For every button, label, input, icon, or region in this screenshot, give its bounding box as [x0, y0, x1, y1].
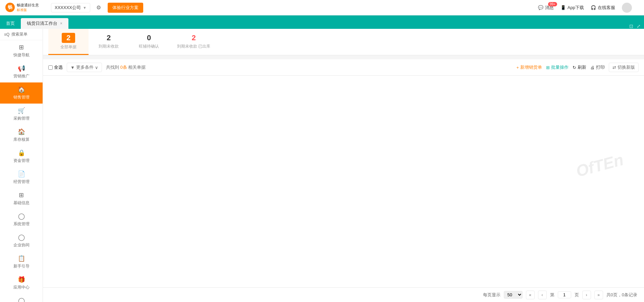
stat-all[interactable]: 2 全部单据 — [48, 29, 89, 55]
app-download-action[interactable]: 📱 App下载 — [560, 5, 584, 11]
switch-icon: ⇄ — [612, 65, 616, 70]
sidebar-search[interactable]: ≡Q 搜索菜单 — [0, 29, 43, 40]
messages-badge: 99+ — [548, 2, 557, 6]
guide-icon: 📋 — [18, 255, 25, 262]
sidebar-item-marketing[interactable]: 📢 营销推广 — [0, 61, 43, 82]
stat-all-label: 全部单据 — [60, 44, 76, 50]
select-all-input[interactable] — [48, 65, 53, 70]
header-right: 💬 消息 99+ 📱 App下载 🎧 在线客服 — [538, 3, 639, 13]
app-center-icon: 🎁 — [18, 276, 25, 283]
sidebar-label-basic-info: 基础信息 — [13, 200, 30, 206]
marketing-icon: 📢 — [18, 65, 25, 72]
top-header: 畅 畅捷通好生意 标准版 XXXXXX公司 ▼ ⚙ 体验行业方案 💬 消息 99… — [0, 0, 644, 15]
new-order-button[interactable]: + 新增销货单 — [516, 64, 542, 70]
grid-icon: ⊞ — [19, 44, 24, 51]
new-order-label: 新增销货单 — [520, 64, 542, 70]
stats-bar: 2 全部单据 2 到期未收款 0 旺辅待确认 2 到期未收款 已出库 — [43, 29, 644, 55]
prev-page-icon: ‹ — [542, 293, 543, 297]
sidebar-label-inventory: 库存核算 — [13, 137, 30, 142]
system-icon: ◯ — [18, 213, 25, 220]
last-page-icon: » — [597, 293, 600, 297]
sidebar-label-purchase: 采购管理 — [13, 116, 30, 121]
capital-icon: 🔒 — [18, 149, 25, 157]
sidebar-item-app-center[interactable]: 🎁 应用中心 — [0, 273, 43, 294]
sales-icon: 🏠 — [18, 86, 25, 93]
first-page-button[interactable]: « — [526, 291, 535, 299]
toolbar: 全选 ▼ 更多条件 ∨ 共找到 0条 相关单据 + 新增销货单 ⊞ 批量操作 — [43, 59, 644, 76]
refresh-button[interactable]: ↻ 刷新 — [573, 64, 586, 70]
sidebar-item-wechat[interactable]: ◯ 企业微信 — [0, 294, 43, 302]
print-label: 打印 — [596, 64, 605, 70]
company-name: XXXXXX公司 — [55, 5, 81, 11]
sidebar-label-system: 系统管理 — [13, 221, 30, 227]
per-page-label: 每页显示 — [483, 292, 500, 298]
page-text2: 页 — [575, 292, 579, 298]
last-page-button[interactable]: » — [594, 291, 603, 299]
page-number-input[interactable] — [558, 291, 571, 298]
sidebar-item-cooperation[interactable]: ◯ 企业协同 — [0, 230, 43, 251]
next-page-button[interactable]: › — [582, 291, 591, 299]
batch-action-button[interactable]: ⊞ 批量操作 — [546, 64, 569, 70]
select-all-checkbox[interactable]: 全选 — [48, 64, 63, 70]
online-service-label: 在线客服 — [598, 5, 615, 11]
switch-version-button[interactable]: ⇄ 切换新版 — [609, 63, 639, 72]
stat-pending[interactable]: 0 旺辅待确认 — [129, 29, 169, 55]
refresh-icon: ↻ — [573, 65, 576, 70]
mobile-icon: 📱 — [560, 5, 566, 10]
toolbar-right: + 新增销货单 ⊞ 批量操作 ↻ 刷新 🖨 打印 ⇄ 切换新版 — [516, 63, 639, 72]
sidebar-item-sales[interactable]: 🏠 销售管理 — [0, 82, 43, 104]
filter-label: 更多条件 — [76, 64, 94, 70]
app-download-label: App下载 — [568, 5, 584, 11]
sidebar-item-system[interactable]: ◯ 系统管理 — [0, 209, 43, 230]
print-button[interactable]: 🖨 打印 — [590, 64, 605, 70]
sidebar-item-inventory[interactable]: 🏠 库存核算 — [0, 125, 43, 146]
user-avatar[interactable] — [622, 3, 632, 13]
found-count: 0条 — [120, 65, 127, 70]
watermark: OfTEn — [574, 150, 625, 180]
sidebar-label-quick-nav: 快捷导航 — [13, 52, 30, 58]
wechat-icon: ◯ — [18, 297, 25, 302]
operations-icon: 📄 — [18, 170, 25, 178]
stat-overdue[interactable]: 2 到期未收款 — [89, 29, 129, 55]
stat-overdue-num: 2 — [107, 34, 111, 42]
sidebar-label-app-center: 应用中心 — [13, 285, 30, 290]
logo-text: 畅捷通好生意 标准版 — [17, 3, 39, 12]
filter-arrow-icon: ∨ — [95, 65, 98, 70]
tab-cash-flow[interactable]: 钱货日清工作台 × — [21, 18, 68, 29]
company-selector[interactable]: XXXXXX公司 ▼ — [51, 3, 90, 12]
tab-home-label: 首页 — [6, 20, 15, 26]
sidebar-item-quick-nav[interactable]: ⊞ 快捷导航 — [0, 40, 43, 61]
chevron-down-icon: ▼ — [83, 6, 87, 10]
stat-pending-num: 0 — [147, 34, 151, 42]
sidebar-label-sales: 销售管理 — [13, 95, 30, 100]
trial-button[interactable]: 体验行业方案 — [108, 3, 143, 13]
sidebar-item-guide[interactable]: 📋 新手引导 — [0, 251, 43, 273]
filter-button[interactable]: ▼ 更多条件 ∨ — [67, 63, 102, 72]
total-info: 共0页，0条记录 — [606, 292, 637, 298]
stat-shipped-label: 到期未收款 已出库 — [177, 44, 210, 49]
logo-icon: 畅 — [5, 3, 15, 12]
prev-page-button[interactable]: ‹ — [538, 291, 547, 299]
stat-shipped[interactable]: 2 到期未收款 已出库 — [169, 29, 218, 55]
sidebar-item-basic-info[interactable]: ⊞ 基础信息 — [0, 188, 43, 209]
next-page-icon: › — [586, 293, 587, 297]
search-icon: ≡Q — [4, 32, 9, 37]
logo-area: 畅 畅捷通好生意 标准版 — [5, 3, 48, 12]
stat-overdue-label: 到期未收款 — [99, 44, 119, 49]
minimize-icon[interactable]: ⊡ — [629, 23, 633, 29]
settings-icon[interactable]: ⚙ — [94, 3, 104, 13]
sidebar-item-purchase[interactable]: 🛒 采购管理 — [0, 104, 43, 125]
basic-info-icon: ⊞ — [19, 191, 24, 199]
tab-home[interactable]: 首页 — [0, 18, 21, 29]
sidebar-item-capital[interactable]: 🔒 资金管理 — [0, 146, 43, 167]
switch-label: 切换新版 — [618, 64, 635, 70]
per-page-select[interactable]: 50 10 20 100 — [504, 291, 523, 299]
maximize-icon[interactable]: ⤢ — [637, 23, 641, 29]
message-icon: 💬 — [538, 5, 543, 10]
sidebar-item-operations[interactable]: 📄 经营管理 — [0, 167, 43, 188]
content-area: 2 全部单据 2 到期未收款 0 旺辅待确认 2 到期未收款 已出库 全选 — [43, 29, 644, 302]
messages-action[interactable]: 💬 消息 99+ — [538, 5, 554, 11]
online-service-action[interactable]: 🎧 在线客服 — [591, 5, 615, 11]
plus-icon: + — [516, 65, 519, 70]
close-tab-icon[interactable]: × — [60, 21, 62, 26]
